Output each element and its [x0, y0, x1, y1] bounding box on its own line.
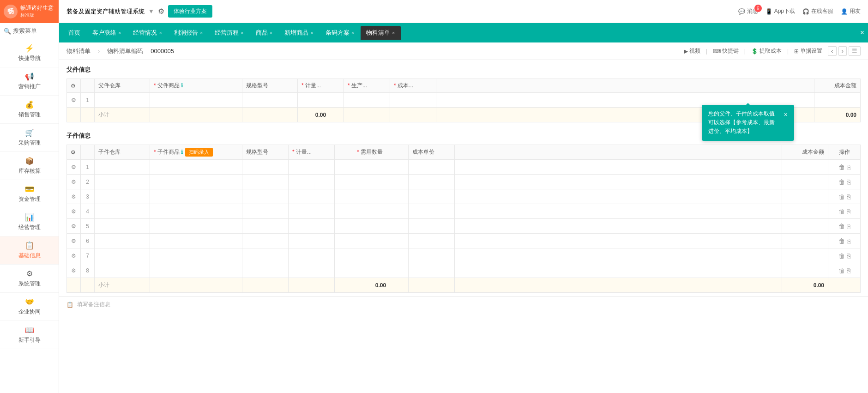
child-row-4-delete-btn[interactable]: 🗑	[838, 208, 845, 215]
child-row-2-settings[interactable]: ⚙	[67, 175, 81, 189]
shortcut-btn[interactable]: ⌨ 快捷键	[713, 47, 739, 55]
dropdown-icon[interactable]: ▼	[148, 8, 154, 15]
child-row-6-warehouse[interactable]	[95, 234, 150, 248]
sidebar-item-finance[interactable]: 💳 资金管理	[0, 180, 59, 208]
child-col-settings[interactable]: ⚙	[67, 145, 81, 160]
view-video-btn[interactable]: ▶ 视频	[684, 47, 700, 55]
child-row-6-product[interactable]	[150, 234, 242, 248]
tab-operations-status[interactable]: 经营情况 ×	[127, 26, 167, 40]
settings-icon[interactable]: ⚙	[158, 7, 164, 16]
child-row-3-settings[interactable]: ⚙	[67, 189, 81, 204]
close-all-tabs[interactable]: ×	[860, 29, 864, 37]
child-row-3-warehouse[interactable]	[95, 189, 150, 204]
child-row-6-cost-price[interactable]	[409, 234, 455, 248]
child-row-6-settings[interactable]: ⚙	[67, 234, 81, 248]
grid-view-btn[interactable]: ☰	[849, 46, 861, 56]
sidebar-item-marketing[interactable]: 📢 营销推广	[0, 67, 59, 96]
tab-new-products-close[interactable]: ×	[310, 30, 313, 36]
sidebar-item-inventory[interactable]: 📦 库存核算	[0, 152, 59, 180]
child-row-7-cost-price[interactable]	[409, 248, 455, 263]
child-row-8-delete-btn[interactable]: 🗑	[838, 267, 845, 274]
online-service-btn[interactable]: 🎧 在线客服	[802, 7, 833, 15]
breadcrumb-bom[interactable]: 物料清单	[66, 47, 90, 55]
child-row-7-warehouse[interactable]	[95, 248, 150, 263]
tab-customer-close[interactable]: ×	[118, 30, 121, 36]
child-row-4-settings[interactable]: ⚙	[67, 204, 81, 219]
child-row-6-qty[interactable]	[353, 234, 409, 248]
search-menu[interactable]: 🔍 搜索菜单	[0, 23, 59, 39]
note-label[interactable]: 填写备注信息	[77, 301, 110, 308]
sidebar-item-basic-info[interactable]: 📋 基础信息	[0, 236, 59, 265]
child-row-8-qty[interactable]	[353, 263, 409, 278]
parent-row-1-cost[interactable]	[390, 93, 436, 108]
child-row-7-product[interactable]	[150, 248, 242, 263]
child-row-8-unit[interactable]	[289, 263, 335, 278]
child-row-1-unit[interactable]	[289, 160, 335, 175]
child-row-4-spec[interactable]	[242, 204, 289, 219]
tab-ops-history[interactable]: 经营历程 ×	[209, 26, 249, 40]
child-row-8-cost-price[interactable]	[409, 263, 455, 278]
tab-profit-report[interactable]: 利润报告 ×	[169, 26, 208, 40]
child-row-6-copy-btn[interactable]: ⎘	[847, 237, 850, 245]
child-row-2-delete-btn[interactable]: 🗑	[838, 178, 845, 186]
sidebar-item-quick-nav[interactable]: ⚡ 快捷导航	[0, 39, 59, 67]
parent-row-1-production[interactable]	[344, 93, 390, 108]
child-row-2-warehouse[interactable]	[95, 175, 150, 189]
child-row-8-copy-btn[interactable]: ⎘	[847, 267, 850, 274]
child-row-6-spec[interactable]	[242, 234, 289, 248]
child-row-2-product[interactable]	[150, 175, 242, 189]
child-row-1-qty[interactable]	[353, 160, 409, 175]
child-row-3-cost-price[interactable]	[409, 189, 455, 204]
sidebar-item-system[interactable]: ⚙ 系统管理	[0, 265, 59, 293]
tooltip-close-btn[interactable]: ×	[784, 109, 788, 120]
app-download-btn[interactable]: 📱 App下载	[766, 7, 795, 15]
child-row-5-delete-btn[interactable]: 🗑	[838, 223, 845, 230]
child-row-7-qty[interactable]	[353, 248, 409, 263]
child-row-3-unit[interactable]	[289, 189, 335, 204]
child-row-3-qty[interactable]	[353, 189, 409, 204]
child-row-5-settings[interactable]: ⚙	[67, 219, 81, 234]
child-row-4-cost-price[interactable]	[409, 204, 455, 219]
child-product-info-icon[interactable]: ℹ	[181, 149, 183, 155]
child-row-7-spec[interactable]	[242, 248, 289, 263]
child-row-8-product[interactable]	[150, 263, 242, 278]
child-row-1-warehouse[interactable]	[95, 160, 150, 175]
child-row-4-warehouse[interactable]	[95, 204, 150, 219]
sidebar-item-enterprise[interactable]: 🤝 企业协同	[0, 293, 59, 321]
child-row-3-copy-btn[interactable]: ⎘	[847, 193, 850, 200]
child-row-8-settings[interactable]: ⚙	[67, 263, 81, 278]
child-row-5-warehouse[interactable]	[95, 219, 150, 234]
child-row-5-unit[interactable]	[289, 219, 335, 234]
parent-product-info-icon[interactable]: ℹ	[181, 82, 183, 89]
child-row-5-copy-btn[interactable]: ⎘	[847, 223, 850, 230]
parent-row-1-unit[interactable]	[298, 93, 344, 108]
child-row-1-spec[interactable]	[242, 160, 289, 175]
child-row-2-unit[interactable]	[289, 175, 335, 189]
parent-row-1-spec[interactable]	[242, 93, 298, 108]
child-row-1-delete-btn[interactable]: 🗑	[838, 163, 845, 171]
child-row-7-copy-btn[interactable]: ⎘	[847, 252, 850, 260]
tab-bom-close[interactable]: ×	[392, 30, 395, 36]
child-row-7-settings[interactable]: ⚙	[67, 248, 81, 263]
child-row-8-warehouse[interactable]	[95, 263, 150, 278]
child-row-2-qty[interactable]	[353, 175, 409, 189]
child-row-2-spec[interactable]	[242, 175, 289, 189]
tab-bom[interactable]: 物料清单 ×	[361, 26, 400, 40]
tab-ops-history-close[interactable]: ×	[241, 30, 243, 36]
tab-barcode[interactable]: 条码方案 ×	[320, 26, 360, 40]
child-row-4-qty[interactable]	[353, 204, 409, 219]
child-row-6-delete-btn[interactable]: 🗑	[838, 237, 845, 245]
parent-col-settings[interactable]: ⚙	[67, 79, 81, 93]
child-row-8-spec[interactable]	[242, 263, 289, 278]
next-record-btn[interactable]: ›	[838, 46, 847, 56]
child-row-2-copy-btn[interactable]: ⎘	[847, 178, 850, 186]
child-row-3-spec[interactable]	[242, 189, 289, 204]
child-row-3-product[interactable]	[150, 189, 242, 204]
child-row-4-copy-btn[interactable]: ⎘	[847, 208, 850, 215]
tab-barcode-close[interactable]: ×	[351, 30, 354, 36]
child-row-4-unit[interactable]	[289, 204, 335, 219]
parent-row-1-warehouse[interactable]	[95, 93, 150, 108]
child-row-7-unit[interactable]	[289, 248, 335, 263]
parent-row-1-product[interactable]	[150, 93, 242, 108]
sidebar-item-purchase[interactable]: 🛒 采购管理	[0, 124, 59, 152]
